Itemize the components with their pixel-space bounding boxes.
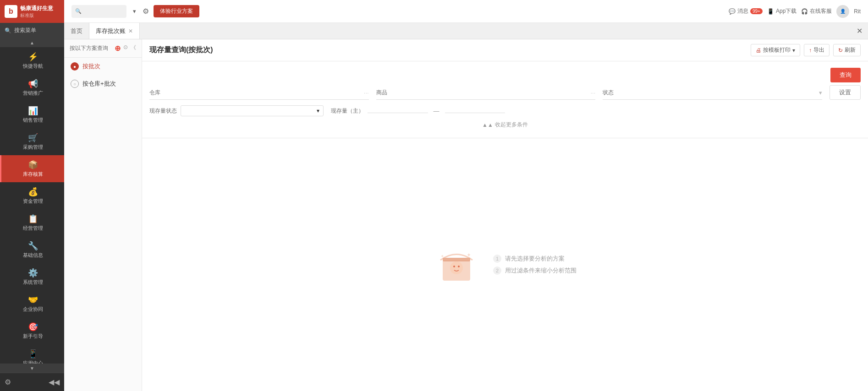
collapse-up-icon: ▲▲ <box>482 122 493 128</box>
inventory-qty-min[interactable] <box>368 109 428 113</box>
empty-illustration: ✦ ✦ <box>434 244 479 285</box>
tab-home[interactable]: 首页 <box>64 23 89 39</box>
product-more-icon[interactable]: ··· <box>591 89 596 96</box>
product-label: 商品 <box>376 89 395 97</box>
online-service-action[interactable]: 🎧 在线客服 <box>801 7 832 15</box>
filter-collapse-btn[interactable]: ▲▲ 收起更多条件 <box>149 118 861 131</box>
filter-item-warehouse-batch[interactable]: ○ 按仓库+批次 <box>64 75 142 92</box>
online-service-label: 在线客服 <box>810 7 832 15</box>
settings-btn[interactable]: 设置 <box>830 85 861 100</box>
sidebar-item-label: 系统管理 <box>23 279 43 286</box>
filter-item-batch[interactable]: ● 按批次 <box>64 58 142 75</box>
hint-item-1: 1 请先选择要分析的方案 <box>493 255 577 263</box>
sidebar-item-sales[interactable]: 📊 销售管理 <box>0 101 64 128</box>
app-edition: 标准版 <box>20 12 53 19</box>
add-filter-icon[interactable]: ⊕ <box>115 44 121 53</box>
product-input[interactable] <box>395 87 591 98</box>
warehouse-more-icon[interactable]: ··· <box>364 89 369 96</box>
sidebar-item-enterprise[interactable]: 🤝 企业协同 <box>0 290 64 317</box>
inventory-qty-dash: — <box>432 108 441 114</box>
refresh-btn[interactable]: ↻ 刷新 <box>833 44 861 56</box>
sidebar-item-marketing[interactable]: 📢 营销推广 <box>0 74 64 101</box>
sidebar-item-inventory[interactable]: 📦 库存核算 <box>0 155 64 182</box>
inventory-status-dropdown-icon: ▾ <box>317 108 319 114</box>
messages-label: 消息 <box>737 7 748 15</box>
settings-bottom-icon[interactable]: ⚙ <box>5 378 11 386</box>
svg-rect-1 <box>443 258 470 261</box>
filter-panel-title: 按以下方案查询 <box>70 44 108 52</box>
sidebar-item-basic[interactable]: 🔧 基础信息 <box>0 236 64 263</box>
svg-text:✦: ✦ <box>440 254 444 259</box>
filter-active-dot: ● <box>71 62 79 71</box>
empty-hints: 1 请先选择要分析的方案 2 用过滤条件来缩小分析范围 <box>493 255 577 275</box>
collapse-sidebar-icon[interactable]: ◀◀ <box>49 378 60 386</box>
export-icon: ↑ <box>809 47 812 54</box>
app-center-icon: 📱 <box>28 349 38 359</box>
inventory-status-label: 现存量状态 <box>149 107 177 115</box>
sidebar-bottom: ⚙ ◀◀ <box>0 373 64 391</box>
newbie-icon: 🎯 <box>28 322 38 332</box>
query-btn[interactable]: 查询 <box>830 68 861 82</box>
topbar: 🔍 ▾ ⚙ 体验行业方案 💬 消息 99+ 📱 App下载 🎧 在线客服 👤 R… <box>64 0 868 23</box>
status-dropdown-icon[interactable]: ▾ <box>819 89 822 96</box>
filter-inactive-dot: ○ <box>71 80 79 88</box>
refresh-icon: ↻ <box>838 47 843 54</box>
inventory-qty-max[interactable] <box>445 109 505 113</box>
topbar-search-box[interactable]: 🔍 <box>71 5 126 18</box>
sidebar-item-label: 企业协同 <box>23 306 43 313</box>
filter-collapse-icon[interactable]: 《 <box>131 44 136 53</box>
tab-close-icon[interactable]: ✕ <box>128 28 133 34</box>
industry-btn[interactable]: 体验行业方案 <box>154 5 199 17</box>
messages-badge: 99+ <box>750 8 763 14</box>
app-logo: b <box>5 5 17 18</box>
sidebar-item-system[interactable]: ⚙️ 系统管理 <box>0 263 64 290</box>
user-avatar[interactable]: 👤 <box>836 5 849 18</box>
sidebar-scroll-up[interactable]: ▲ <box>0 38 64 47</box>
sidebar-header: b 畅康通好生意 标准版 <box>0 0 64 23</box>
hint-text-1: 请先选择要分析的方案 <box>505 255 565 263</box>
svg-point-4 <box>458 266 460 267</box>
print-dropdown-icon[interactable]: ▾ <box>792 47 795 54</box>
tab-bar-close-btn[interactable]: ✕ <box>851 23 868 39</box>
filter-item-label: 按批次 <box>82 62 100 71</box>
finance-icon: 💰 <box>28 187 38 197</box>
sidebar-item-app-center[interactable]: 📱 应用中心 <box>0 344 64 364</box>
empty-state: ✦ ✦ 1 请先选择要分析的方案 2 用过滤条件来缩小分析范围 <box>142 138 868 391</box>
sales-icon: 📊 <box>28 106 38 116</box>
sidebar: b 畅康通好生意 标准版 🔍 搜索菜单 ▲ ⚡ 快捷导航 📢 营销推广 📊 销售… <box>0 0 64 391</box>
export-btn[interactable]: ↑ 导出 <box>804 44 830 56</box>
username[interactable]: Rit <box>854 8 861 15</box>
warehouse-input[interactable] <box>168 87 364 98</box>
sidebar-item-operation[interactable]: 📋 经营管理 <box>0 209 64 236</box>
topbar-dropdown-icon[interactable]: ▾ <box>131 8 138 15</box>
sidebar-search[interactable]: 🔍 搜索菜单 <box>0 23 64 38</box>
sidebar-item-label: 快捷导航 <box>23 63 43 70</box>
marketing-icon: 📢 <box>28 79 38 89</box>
sidebar-item-quick-nav[interactable]: ⚡ 快捷导航 <box>0 47 64 74</box>
sidebar-item-label: 资金管理 <box>23 198 43 205</box>
sidebar-item-newbie[interactable]: 🎯 新手引导 <box>0 317 64 344</box>
hint-num-2: 2 <box>493 266 501 275</box>
messages-action[interactable]: 💬 消息 99+ <box>729 7 763 15</box>
tab-bar: 首页 库存批次账 ✕ ✕ <box>64 23 868 39</box>
print-icon: 🖨 <box>756 47 761 54</box>
page-content: 按以下方案查询 ⊕ ⊙ 《 ● 按批次 ○ 按仓库+批次 现存量查询(按批次) <box>64 39 868 391</box>
sidebar-scroll-down[interactable]: ▼ <box>0 364 64 373</box>
topbar-settings-icon[interactable]: ⚙ <box>143 7 149 16</box>
svg-text:✦: ✦ <box>467 252 471 258</box>
sidebar-item-label: 应用中心 <box>23 360 43 364</box>
btn-group-right: 查询 设置 <box>830 68 861 100</box>
search-filters: 仓库 ··· 商品 ··· <box>142 61 868 138</box>
sidebar-item-finance[interactable]: 💰 资金管理 <box>0 182 64 209</box>
app-download-action[interactable]: 📱 App下载 <box>767 7 797 15</box>
inventory-status-select[interactable]: ▾ <box>181 105 324 116</box>
filter-settings-icon[interactable]: ⊙ <box>123 44 128 53</box>
page-header-actions: 🖨 按模板打印 ▾ ↑ 导出 ↻ 刷新 <box>751 44 861 56</box>
print-btn[interactable]: 🖨 按模板打印 ▾ <box>751 44 800 56</box>
tab-inventory-batch[interactable]: 库存批次账 ✕ <box>89 23 140 39</box>
basic-icon: 🔧 <box>28 241 38 251</box>
page-title: 现存量查询(按批次) <box>149 45 213 55</box>
filter-panel-header: 按以下方案查询 ⊕ ⊙ 《 <box>64 39 142 58</box>
status-input[interactable] <box>621 87 819 98</box>
sidebar-item-purchase[interactable]: 🛒 采购管理 <box>0 128 64 155</box>
